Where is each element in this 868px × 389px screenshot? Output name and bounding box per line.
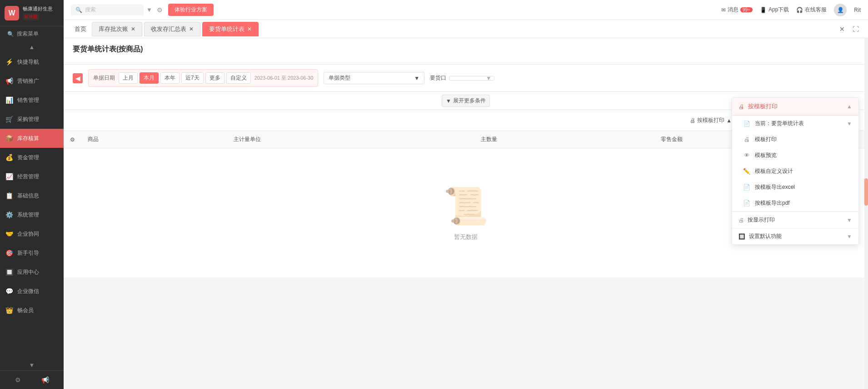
date-btn-更多[interactable]: 更多 [205, 72, 224, 84]
topbar-dropdown-btn[interactable]: ▼ [146, 6, 152, 13]
order-filter-group: 要货口 ▼ [430, 74, 494, 82]
empty-icon: 📜 [443, 185, 489, 227]
type-filter-label: 单据类型 [329, 74, 350, 82]
content-area: 要货单统计表(按商品) ◀ 单据日期 上月本月本年近7天更多自定义 2023-0… [64, 38, 868, 389]
nav-icon-operation: 📈 [5, 172, 14, 181]
dropdown-item-label-template-export-excel: 按模板导出excel [755, 183, 795, 191]
tab-close-collection-summary[interactable]: ✕ [189, 26, 194, 32]
date-filter-section: 单据日期 上月本月本年近7天更多自定义 2023-06-01 至 2023-06… [88, 69, 318, 87]
date-btn-近7天[interactable]: 近7天 [181, 72, 204, 84]
dropdown-item-icon-template-export-excel: 📄 [743, 184, 750, 191]
sidebar-item-quick-nav[interactable]: ⚡ 快捷导航 [0, 52, 64, 71]
sidebar-item-inventory[interactable]: 📦 库存核算 [0, 129, 64, 148]
search-menu-label: 搜索菜单 [17, 30, 39, 38]
sidebar-item-marketing[interactable]: 📢 营销推广 [0, 71, 64, 91]
filter-collapse-btn[interactable]: ◀ [73, 73, 83, 83]
close-window-btn[interactable]: ✕ [837, 24, 847, 34]
messages-btn[interactable]: ✉ 消息 99+ [721, 6, 753, 14]
nav-icon-inventory: 📦 [5, 134, 14, 143]
date-btn-本年[interactable]: 本年 [160, 72, 180, 84]
dropdown-item-template-custom[interactable]: ✏️ 模板自定义设计 [732, 163, 858, 179]
app-name: 畅康通好生意 [23, 5, 53, 12]
sidebar-item-system[interactable]: ⚙️ 系统管理 [0, 205, 64, 224]
dropdown-item-icon-template-preview: 👁 [743, 152, 750, 159]
nav-label-finance: 资金管理 [17, 154, 39, 162]
table-col-settings[interactable]: ⚙ [64, 131, 81, 148]
trial-btn[interactable]: 体验行业方案 [168, 4, 214, 16]
dropdown-current-arrow: ▼ [847, 121, 852, 127]
tabbar: 首页库存批次账✕收发存汇总表✕要货单统计表✕ ✕ ⛶ [64, 20, 868, 38]
nav-icon-newbie: 🎯 [5, 248, 14, 258]
nav-label-basic: 基础信息 [17, 192, 39, 200]
sidebar-item-cooperation[interactable]: 🤝 企业协同 [0, 224, 64, 243]
scroll-down-btn[interactable]: ▼ [27, 360, 36, 369]
nav-icon-purchase: 🛒 [5, 115, 14, 124]
sidebar-item-basic[interactable]: 📋 基础信息 [0, 186, 64, 205]
topbar-actions: ✉ 消息 99+ 📱 App下载 🎧 在线客服 👤 Rit [721, 4, 861, 16]
order-filter-select[interactable]: ▼ [449, 76, 494, 81]
dropdown-item-template-export-excel[interactable]: 📄 按模板导出excel [732, 179, 858, 195]
tab-home[interactable]: 首页 [71, 22, 90, 36]
tab-close-order-stats[interactable]: ✕ [247, 26, 252, 32]
dropdown-item-template-print[interactable]: 🖨 模板打印 [732, 131, 858, 147]
display-print-label: 按显示打印 [748, 216, 775, 224]
table-col-product: 商品 [81, 131, 227, 148]
dropdown-current-item[interactable]: 📄 当前：要货单统计表 ▼ [732, 116, 858, 131]
table-col-unit: 主计量单位 [227, 131, 474, 148]
dropdown-display-print-item[interactable]: 🖨 按显示打印 ▼ [732, 212, 858, 228]
tab-close-inventory-batch[interactable]: ✕ [131, 26, 135, 32]
topbar: 🔍 搜索 ▼ ⚙ 体验行业方案 ✉ 消息 99+ 📱 App下载 🎧 在线客服 … [64, 0, 868, 20]
sidebar-item-operation[interactable]: 📈 经营管理 [0, 167, 64, 186]
sidebar-item-finance[interactable]: 💰 资金管理 [0, 148, 64, 167]
maximize-window-btn[interactable]: ⛶ [851, 24, 861, 34]
messages-badge: 99+ [740, 7, 753, 12]
dropdown-item-icon-template-custom: ✏️ [743, 168, 750, 175]
tab-collection-summary[interactable]: 收发存汇总表✕ [144, 22, 200, 36]
settings-footer-icon[interactable]: ⚙ [15, 376, 21, 384]
nav-label-cooperation: 企业协同 [17, 230, 39, 238]
dropdown-current-icon: 📄 [743, 121, 750, 127]
scroll-up-btn[interactable]: ▲ [27, 42, 36, 51]
tab-inventory-batch[interactable]: 库存批次账✕ [92, 22, 142, 36]
dropdown-item-label-template-custom: 模板自定义设计 [755, 167, 793, 175]
app-download-btn[interactable]: 📱 App下载 [760, 6, 789, 14]
nav-icon-wechat: 💬 [5, 287, 14, 296]
dropdown-item-template-export-pdf[interactable]: 📄 按模板导出pdf [732, 195, 858, 211]
dropdown-item-template-preview[interactable]: 👁 模板预览 [732, 147, 858, 163]
tab-label-collection-summary: 收发存汇总表 [151, 25, 186, 33]
date-btn-自定义[interactable]: 自定义 [226, 72, 251, 84]
user-avatar[interactable]: 👤 [834, 4, 847, 16]
scrollbar-thumb[interactable] [864, 178, 868, 206]
online-service-btn[interactable]: 🎧 在线客服 [796, 6, 827, 14]
type-filter-arrow: ▼ [414, 75, 419, 81]
nav-label-quick-nav: 快捷导航 [17, 58, 39, 66]
dropdown-item-label-template-preview: 模板预览 [755, 152, 777, 159]
topbar-gear-icon[interactable]: ⚙ [157, 6, 163, 14]
tab-label-home: 首页 [75, 25, 86, 33]
sidebar-item-wechat[interactable]: 💬 企业微信 [0, 282, 64, 301]
sidebar-item-purchase[interactable]: 🛒 采购管理 [0, 110, 64, 129]
sidebar-item-member[interactable]: 👑 畅会员 [0, 301, 64, 320]
date-group: 上月本月本年近7天更多自定义 [119, 72, 251, 84]
expand-more-btn[interactable]: ▼ 展开更多条件 [442, 95, 490, 107]
expand-icon: ▼ [446, 98, 451, 104]
topbar-search[interactable]: 🔍 搜索 [71, 4, 144, 15]
set-default-arrow: ▼ [847, 233, 852, 240]
date-btn-上月[interactable]: 上月 [119, 72, 138, 84]
sidebar-item-sales[interactable]: 📊 销售管理 [0, 91, 64, 110]
sidebar-item-app-center[interactable]: 🔲 应用中心 [0, 263, 64, 282]
sidebar-item-newbie[interactable]: 🎯 新手引导 [0, 243, 64, 263]
tab-order-stats[interactable]: 要货单统计表✕ [202, 22, 259, 36]
speaker-footer-icon[interactable]: 📢 [41, 376, 49, 384]
nav-label-app-center: 应用中心 [17, 268, 39, 276]
app-logo: W 畅康通好生意 标准版 [0, 0, 64, 26]
dropdown-set-default-item[interactable]: 🔲 设置默认功能 ▼ [732, 228, 858, 244]
type-filter-select[interactable]: 单据类型 ▼ [324, 72, 424, 84]
nav-icon-finance: 💰 [5, 153, 14, 162]
display-print-icon: 🖨 [738, 217, 744, 223]
search-menu[interactable]: 🔍 搜索菜单 [0, 26, 64, 41]
window-btns: ✕ ⛶ [837, 24, 861, 34]
dropdown-header[interactable]: 🖨 按模板打印 ▲ [732, 98, 858, 116]
date-btn-本月[interactable]: 本月 [140, 72, 159, 84]
print-btn[interactable]: 🖨 按模板打印 ▲ [690, 116, 732, 124]
